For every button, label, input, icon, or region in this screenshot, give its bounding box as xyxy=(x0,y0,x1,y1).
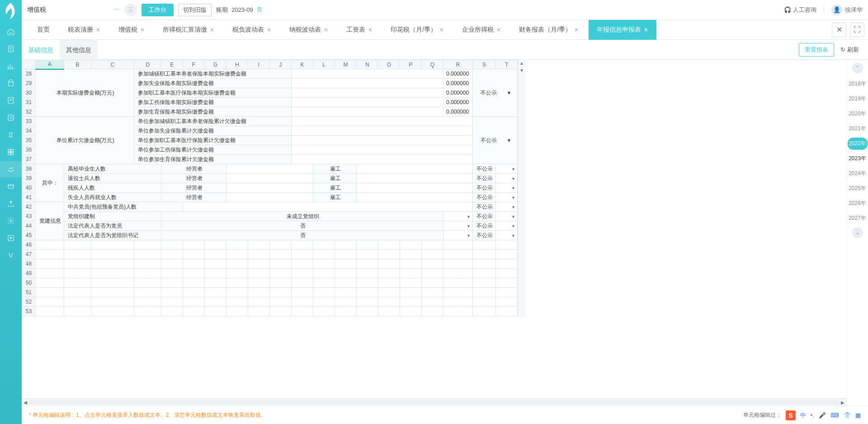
v-icon[interactable] xyxy=(0,247,22,263)
year-2021年[interactable]: 2021年 xyxy=(848,123,868,135)
col-E[interactable]: E xyxy=(161,60,183,69)
row-49[interactable]: 49 xyxy=(22,269,36,278)
col-S[interactable]: S xyxy=(473,60,496,69)
vertical-scrollbar[interactable]: ▲ ▼ xyxy=(518,60,525,316)
close-icon[interactable]: ✕ xyxy=(496,27,501,33)
year-2022年[interactable]: 2022年 xyxy=(848,138,868,150)
row-28[interactable]: 28 xyxy=(22,69,36,79)
switch-old-button[interactable]: 切到旧版 xyxy=(178,4,212,16)
row-36[interactable]: 36 xyxy=(22,145,36,155)
row-47[interactable]: 47 xyxy=(22,250,36,259)
ime-grid-icon[interactable]: ▦ xyxy=(855,412,861,419)
col-J[interactable]: J xyxy=(270,60,292,69)
row-46[interactable]: 46 xyxy=(22,240,36,250)
refresh-button[interactable]: ↻ 刷新 xyxy=(840,46,859,54)
close-tabs-icon[interactable]: ✕ xyxy=(832,23,846,37)
subtab-other[interactable]: 其他信息 xyxy=(60,40,98,60)
close-icon[interactable]: ✕ xyxy=(368,27,373,33)
col-O[interactable]: O xyxy=(378,60,400,69)
scroll-right-icon[interactable]: ▶ xyxy=(839,400,846,405)
close-icon[interactable]: ✕ xyxy=(439,27,444,33)
row-32[interactable]: 32 xyxy=(22,107,36,117)
year-2024年[interactable]: 2024年 xyxy=(848,167,868,180)
tab-5[interactable]: 纳税波动表✕ xyxy=(281,20,336,40)
row-41[interactable]: 41 xyxy=(22,193,36,202)
col-B[interactable]: B xyxy=(64,60,91,69)
form-icon[interactable] xyxy=(0,110,22,126)
horizontal-scrollbar[interactable]: ◀ ▶ xyxy=(22,398,846,406)
col-H[interactable]: H xyxy=(226,60,248,69)
row-42[interactable]: 42 xyxy=(22,202,36,212)
play-icon[interactable] xyxy=(0,230,22,246)
row-38[interactable]: 38 xyxy=(22,164,36,174)
year-2026年[interactable]: 2026年 xyxy=(848,197,868,210)
tab-6[interactable]: 工资表✕ xyxy=(338,20,381,40)
year-2020年[interactable]: 2020年 xyxy=(848,108,868,120)
tab-1[interactable]: 税表清册✕ xyxy=(60,20,108,40)
tab-4[interactable]: 税负波动表✕ xyxy=(224,20,279,40)
col-A[interactable]: A xyxy=(36,60,64,69)
tab-9[interactable]: 财务报表（月/季）✕ xyxy=(511,20,587,40)
ime-mic-icon[interactable]: 🎤 xyxy=(819,412,826,419)
row-40[interactable]: 40 xyxy=(22,183,36,193)
close-icon[interactable]: ✕ xyxy=(574,27,579,33)
module-dropdown[interactable]: 增值税 ﹀ xyxy=(27,6,120,14)
card-icon[interactable] xyxy=(0,178,22,195)
grid-icon[interactable] xyxy=(0,144,22,160)
col-Q[interactable]: Q xyxy=(422,60,443,69)
tab-3[interactable]: 所得税汇算清缴✕ xyxy=(155,20,222,40)
bag-icon[interactable] xyxy=(0,75,22,91)
scroll-left-icon[interactable]: ◀ xyxy=(22,400,29,405)
year-2025年[interactable]: 2025年 xyxy=(848,182,868,195)
scroll-up-icon[interactable]: ▲ xyxy=(518,60,525,67)
col-L[interactable]: L xyxy=(313,60,335,69)
close-icon[interactable]: ✕ xyxy=(140,27,145,33)
close-icon[interactable]: ✕ xyxy=(644,27,648,33)
spreadsheet[interactable]: ABCDEFGHIJKLMNOPQRST28本期实际缴费金额(万元)参加城镇职工… xyxy=(22,60,846,398)
row-39[interactable]: 39 xyxy=(22,174,36,183)
sogou-ime-icon[interactable]: S xyxy=(786,410,796,420)
tab-2[interactable]: 增值税✕ xyxy=(110,20,153,40)
close-icon[interactable]: ✕ xyxy=(210,27,214,33)
row-29[interactable]: 29 xyxy=(22,79,36,88)
row-52[interactable]: 52 xyxy=(22,297,36,307)
col-G[interactable]: G xyxy=(205,60,226,69)
col-R[interactable]: R xyxy=(443,60,473,69)
col-N[interactable]: N xyxy=(357,60,378,69)
year-2019年[interactable]: 2019年 xyxy=(848,93,868,105)
text-icon[interactable] xyxy=(0,127,22,143)
close-icon[interactable]: ✕ xyxy=(96,27,100,33)
col-F[interactable]: F xyxy=(183,60,205,69)
row-51[interactable]: 51 xyxy=(22,288,36,297)
tab-0[interactable]: 首页 xyxy=(29,20,58,40)
row-43[interactable]: 43 xyxy=(22,212,36,221)
scroll-down-icon[interactable]: ▼ xyxy=(518,67,525,74)
col-P[interactable]: P xyxy=(400,60,422,69)
row-45[interactable]: 45 xyxy=(22,231,36,240)
year-2023年[interactable]: 2023年 xyxy=(848,152,868,165)
doc-circle-icon[interactable]: ☰ xyxy=(124,4,137,16)
calendar-icon[interactable]: 🗓 xyxy=(257,6,263,13)
year-2018年[interactable]: 2018年 xyxy=(848,78,868,90)
col-M[interactable]: M xyxy=(335,60,357,69)
period-value[interactable]: 2023-09 xyxy=(231,6,253,13)
close-icon[interactable]: ✕ xyxy=(267,27,271,33)
col-K[interactable]: K xyxy=(292,60,313,69)
row-37[interactable]: 37 xyxy=(22,155,36,164)
ime-skin-icon[interactable]: 👕 xyxy=(844,412,851,419)
workspace-button[interactable]: 工作台 xyxy=(142,4,174,16)
col-I[interactable]: I xyxy=(248,60,270,69)
chart-icon[interactable] xyxy=(0,58,22,74)
report-icon[interactable] xyxy=(0,92,22,109)
help-button[interactable]: 🎧 人工咨询 xyxy=(784,6,816,14)
home-icon[interactable] xyxy=(0,24,22,40)
upload-icon[interactable] xyxy=(0,195,22,212)
tab-10[interactable]: 年报信息申报表✕ xyxy=(589,20,656,40)
row-30[interactable]: 30 xyxy=(22,88,36,98)
ime-kbd-icon[interactable]: ⌨ xyxy=(830,412,839,419)
col-C[interactable]: C xyxy=(91,60,134,69)
close-icon[interactable]: ✕ xyxy=(324,27,328,33)
row-35[interactable]: 35 xyxy=(22,136,36,145)
year-2027年[interactable]: 2027年 xyxy=(848,212,868,224)
rail-up-icon[interactable]: ⌃ xyxy=(852,62,863,73)
